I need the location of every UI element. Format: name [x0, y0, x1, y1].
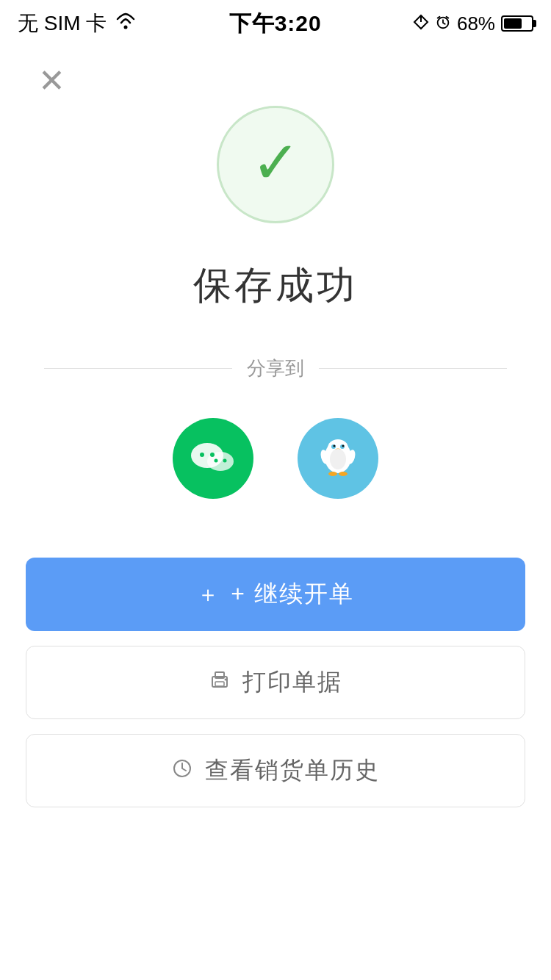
qq-share-button[interactable]	[298, 418, 378, 499]
continue-button[interactable]: ＋ + 继续开单	[26, 558, 525, 631]
print-button[interactable]: 打印单据	[26, 646, 525, 719]
divider-line-right	[319, 368, 507, 369]
status-right: 68%	[413, 12, 533, 35]
svg-point-13	[342, 445, 345, 447]
main-content: ✓ 保存成功 分享到	[0, 47, 551, 807]
print-label: 打印单据	[242, 666, 342, 699]
svg-point-12	[334, 445, 336, 447]
svg-point-4	[200, 453, 204, 457]
alarm-icon	[435, 12, 451, 35]
status-left: 无 SIM 卡	[18, 10, 137, 37]
svg-point-7	[223, 459, 227, 463]
status-time: 下午3:20	[229, 9, 322, 39]
svg-point-23	[225, 678, 227, 680]
svg-point-15	[330, 449, 346, 469]
wechat-share-button[interactable]	[173, 418, 253, 499]
success-circle: ✓	[217, 106, 334, 223]
success-title: 保存成功	[193, 260, 358, 311]
history-button[interactable]: 查看销货单历史	[26, 734, 525, 807]
continue-label: + 继续开单	[231, 578, 354, 610]
wifi-icon	[114, 12, 137, 35]
status-bar: 无 SIM 卡 下午3:20 68%	[0, 0, 551, 47]
action-buttons: ＋ + 继续开单 打印单据 查看销货单历	[26, 558, 525, 807]
share-label: 分享到	[247, 356, 304, 381]
wechat-icon	[188, 436, 238, 480]
battery-icon	[501, 15, 533, 32]
qq-icon	[316, 433, 360, 483]
plus-icon: ＋	[197, 580, 219, 610]
share-icons	[173, 418, 378, 499]
svg-point-16	[328, 472, 337, 476]
history-icon	[171, 757, 193, 785]
battery-percent: 68%	[457, 12, 495, 35]
svg-point-17	[339, 472, 347, 476]
svg-point-6	[215, 459, 218, 463]
share-divider: 分享到	[0, 356, 551, 381]
close-icon: ✕	[38, 65, 65, 97]
no-sim-text: 无 SIM 卡	[18, 10, 107, 37]
history-label: 查看销货单历史	[205, 754, 380, 787]
svg-point-0	[124, 26, 128, 29]
close-button[interactable]: ✕	[29, 59, 73, 103]
checkmark-icon: ✓	[251, 134, 300, 192]
print-icon	[209, 669, 231, 696]
location-icon	[413, 12, 429, 35]
svg-rect-22	[215, 682, 224, 686]
divider-line-left	[44, 368, 232, 369]
svg-point-5	[210, 453, 215, 457]
